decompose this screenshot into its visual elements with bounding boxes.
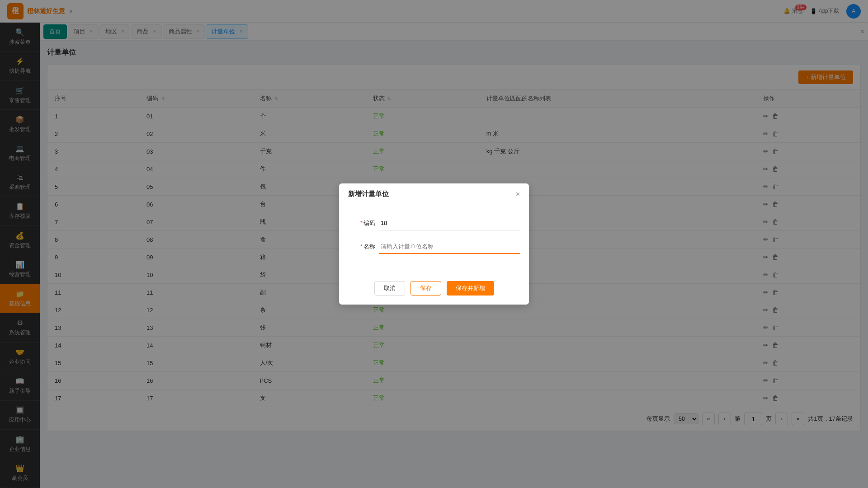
modal-body: *编码 *名称: [339, 205, 529, 274]
name-input[interactable]: [379, 239, 520, 254]
name-label: *名称: [348, 243, 375, 251]
add-unit-modal: 新增计量单位 × *编码 *名称 取消 保存 保存并新增: [339, 183, 529, 305]
save-button[interactable]: 保存: [410, 281, 441, 296]
modal-close-button[interactable]: ×: [516, 191, 520, 198]
cancel-button[interactable]: 取消: [374, 281, 405, 296]
form-row-name: *名称: [348, 239, 520, 254]
modal-title: 新增计量单位: [348, 190, 389, 198]
name-required-marker: *: [360, 243, 363, 250]
save-and-new-button[interactable]: 保存并新增: [447, 281, 494, 296]
form-row-code: *编码: [348, 216, 520, 230]
modal-footer: 取消 保存 保存并新增: [339, 274, 529, 305]
code-input[interactable]: [379, 216, 520, 230]
code-required-marker: *: [360, 220, 363, 226]
code-label: *编码: [348, 219, 375, 227]
modal-overlay[interactable]: 新增计量单位 × *编码 *名称 取消 保存 保存并新增: [0, 0, 868, 488]
modal-header: 新增计量单位 ×: [339, 183, 529, 205]
